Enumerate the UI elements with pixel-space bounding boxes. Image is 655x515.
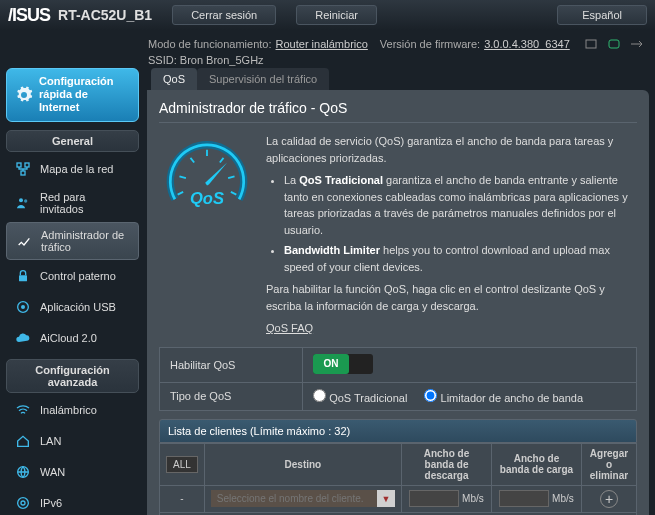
house-icon [14, 432, 32, 450]
radio-traditional[interactable]: QoS Tradicional [313, 392, 407, 404]
bullet-traditional: La QoS Tradicional garantiza el ancho de… [284, 172, 637, 238]
reboot-button[interactable]: Reiniciar [296, 5, 377, 25]
quick-setup-label: Configuración rápida de Internet [39, 75, 130, 115]
svg-point-6 [24, 199, 27, 202]
tab-traffic-monitor[interactable]: Supervisión del tráfico [197, 68, 329, 90]
guest-network-icon [14, 194, 32, 212]
qos-type-label: Tipo de QoS [160, 382, 303, 410]
col-destination: Destino [204, 443, 401, 485]
client-name-input[interactable] [211, 490, 377, 507]
qos-faq-link[interactable]: QoS FAQ [266, 320, 313, 337]
outro-text: Para habilitar la función QoS, haga clic… [266, 281, 637, 314]
sidebar-item-lan[interactable]: LAN [6, 426, 139, 456]
sidebar-item-parental[interactable]: Control paterno [6, 261, 139, 291]
add-client-button[interactable]: + [600, 490, 618, 508]
traffic-icon [15, 232, 33, 250]
svg-rect-0 [586, 40, 596, 48]
network-map-icon [14, 160, 32, 178]
svg-point-12 [21, 501, 25, 505]
svg-line-16 [190, 158, 194, 163]
svg-line-18 [219, 158, 223, 163]
client-input-row: - ▼ Mb/s Mb/s + [160, 485, 637, 512]
wifi-icon [14, 401, 32, 419]
sidebar-item-ipv6[interactable]: IPv6 [6, 488, 139, 515]
lock-icon [14, 267, 32, 285]
svg-line-19 [228, 176, 234, 178]
status-icon-2 [607, 38, 623, 50]
ssid-label: SSID: [148, 54, 177, 66]
svg-line-15 [179, 176, 185, 178]
bullet-bandwidth-limiter: Bandwidth Limiter helps you to control d… [284, 242, 637, 275]
enable-qos-toggle[interactable]: ON [313, 354, 373, 374]
ssid-24[interactable]: Bron [180, 54, 203, 66]
mode-label: Modo de funcionamiento: [148, 38, 272, 50]
svg-marker-21 [205, 163, 227, 186]
sidebar-item-aicloud[interactable]: AiCloud 2.0 [6, 323, 139, 353]
qos-gauge-icon: QoS [159, 133, 254, 215]
sidebar-item-guest-network[interactable]: Red para invitados [6, 185, 139, 221]
sidebar-item-usb-app[interactable]: Aplicación USB [6, 292, 139, 322]
radio-bandwidth-limiter[interactable]: Limitador de ancho de banda [424, 392, 583, 404]
download-input[interactable] [409, 490, 459, 507]
svg-rect-3 [25, 163, 29, 167]
cloud-icon [14, 329, 32, 347]
svg-rect-1 [609, 40, 619, 48]
firmware-label: Versión de firmware: [380, 38, 480, 50]
firmware-value[interactable]: 3.0.0.4.380_6347 [484, 38, 570, 50]
dropdown-icon[interactable]: ▼ [377, 490, 395, 507]
intro-text: La calidad de servicio (QoS) garantiza e… [266, 133, 637, 166]
upload-input[interactable] [499, 490, 549, 507]
svg-text:QoS: QoS [190, 189, 224, 207]
col-download: Ancho de banda de descarga [402, 443, 492, 485]
language-selector[interactable]: Español [557, 5, 647, 25]
asus-logo: /ISUS [8, 5, 50, 26]
mode-value[interactable]: Router inalámbrico [276, 38, 368, 50]
svg-rect-7 [19, 275, 27, 281]
all-button[interactable]: ALL [166, 456, 198, 473]
col-upload: Ancho de banda de carga [492, 443, 582, 485]
tab-qos[interactable]: QoS [151, 68, 197, 90]
logout-button[interactable]: Cerrar sesión [172, 5, 276, 25]
sidebar-item-network-map[interactable]: Mapa de la red [6, 154, 139, 184]
svg-point-11 [18, 497, 29, 508]
model-name: RT-AC52U_B1 [58, 7, 152, 23]
gear-icon [15, 86, 33, 104]
status-icon-1 [585, 38, 601, 50]
ssid-5[interactable]: Bron_5GHz [206, 54, 263, 66]
page-title: Administrador de tráfico - QoS [159, 100, 637, 116]
sidebar-item-traffic-manager[interactable]: Administrador de tráfico [6, 222, 139, 260]
ipv6-icon [14, 494, 32, 512]
col-action: Agregar o eliminar [582, 443, 637, 485]
sidebar-item-wan[interactable]: WAN [6, 457, 139, 487]
usb-app-icon [14, 298, 32, 316]
svg-line-20 [230, 192, 236, 195]
client-list-header: Lista de clientes (Límite máximo : 32) [159, 419, 637, 443]
usb-icon [629, 38, 645, 50]
svg-rect-2 [17, 163, 21, 167]
quick-setup-button[interactable]: Configuración rápida de Internet [6, 68, 139, 122]
svg-line-14 [177, 192, 183, 195]
globe-icon [14, 463, 32, 481]
enable-qos-label: Habilitar QoS [160, 347, 303, 382]
svg-point-5 [19, 198, 23, 202]
nav-group-advanced: Configuración avanzada [6, 359, 139, 393]
nav-group-general: General [6, 130, 139, 152]
svg-point-9 [21, 305, 25, 309]
client-name-select[interactable]: ▼ [211, 490, 395, 507]
sidebar-item-wireless[interactable]: Inalámbrico [6, 395, 139, 425]
svg-rect-4 [21, 171, 25, 175]
